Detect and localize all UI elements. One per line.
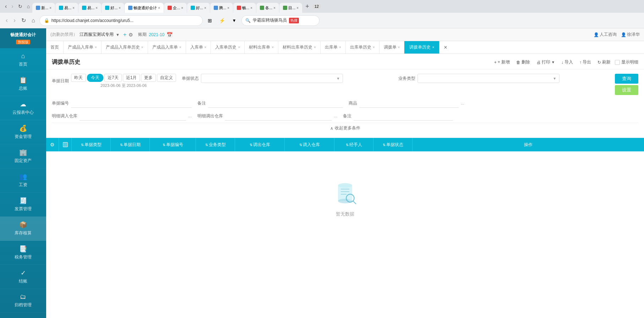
th-gear[interactable]: ⚙ (46, 138, 59, 151)
goods-ellipsis-btn[interactable]: ... (461, 101, 464, 106)
th-number[interactable]: ⇅ 单据编号 (150, 138, 196, 151)
number-filter-input[interactable] (71, 99, 192, 108)
browser-tab-active[interactable]: 畅捷通好会计 × (125, 3, 164, 13)
sidebar-item-closing[interactable]: ✓ 结账 (0, 265, 46, 289)
tab-close-btn[interactable]: × (314, 45, 316, 49)
tab-close-icon[interactable]: × (181, 6, 183, 10)
date-btn-1month[interactable]: 近1月 (123, 74, 140, 82)
browser-tab[interactable]: 各... × (256, 3, 279, 13)
tab-close-icon[interactable]: × (95, 6, 98, 10)
date-btn-yesterday[interactable]: 昨天 (71, 74, 86, 82)
page-tab-1[interactable]: 产成品入库单 × (64, 41, 102, 54)
remark-filter-input[interactable] (208, 99, 343, 108)
detail-out-input[interactable] (225, 111, 332, 121)
page-tab-7[interactable]: 材料出库单历史 × (278, 41, 321, 54)
sidebar-item-home[interactable]: ⌂ 首页 (0, 48, 46, 72)
reload-btn[interactable]: ↻ (20, 16, 27, 24)
th-date[interactable]: ⇅ 单据日期 (111, 138, 150, 151)
th-checkbox[interactable] (59, 138, 72, 151)
tab-close-icon[interactable]: × (49, 6, 51, 10)
th-biz-type[interactable]: ⇅ 业务类型 (196, 138, 235, 151)
sidebar-item-reports[interactable]: ☁ 云报表中心 (0, 96, 46, 120)
tab-close-icon[interactable]: × (273, 6, 275, 10)
detail-remark-input[interactable] (354, 111, 453, 121)
print-dropdown-icon[interactable]: ▼ (551, 60, 555, 64)
company-dropdown-icon[interactable]: ▼ (116, 33, 120, 37)
tab-close-icon[interactable]: × (250, 6, 252, 10)
page-tab-3[interactable]: 产成品入库单 × (148, 41, 186, 54)
import-btn[interactable]: ↓ 导入 (559, 58, 575, 66)
company-settings-icon[interactable]: ⚙ (129, 32, 133, 38)
tab-close-btn[interactable]: × (398, 45, 400, 49)
tab-close-btn[interactable]: × (179, 45, 181, 49)
browser-back-btn[interactable]: ‹ (3, 2, 9, 11)
tab-close-btn[interactable]: × (373, 45, 375, 49)
browser-tab[interactable]: 好... × (102, 3, 124, 13)
sidebar-item-assets[interactable]: 🏢 固定资产 (0, 144, 46, 168)
tab-close-btn[interactable]: × (141, 45, 143, 49)
page-tab-6[interactable]: 材料出库单 × (245, 41, 278, 54)
delete-btn[interactable]: 🗑 删除 (514, 58, 532, 66)
sidebar-item-archive[interactable]: 🗂 归档管理 (0, 289, 46, 313)
tab-close-all-btn[interactable]: × (440, 41, 451, 54)
sidebar-item-payroll[interactable]: 👥 工资 (0, 168, 46, 193)
settings-btn[interactable]: 设置 (615, 85, 638, 95)
search-bar[interactable]: 🔍 学霸应聘场驱鸟员 热搜 (241, 15, 320, 26)
date-btn-today[interactable]: 今天 (87, 74, 103, 82)
performance-icon[interactable]: ⚡ (217, 16, 227, 25)
tab-close-btn[interactable]: × (95, 45, 97, 49)
browser-tab[interactable]: 畅... × (233, 3, 256, 13)
user-service-btn[interactable]: 👤 人工咨询 (594, 32, 617, 38)
export-btn[interactable]: ↑ 导出 (577, 58, 593, 66)
add-company-btn[interactable]: + (123, 32, 126, 38)
page-tab-5[interactable]: 入库单历史 × (211, 41, 245, 54)
tab-close-btn[interactable]: × (204, 45, 207, 49)
detail-in-input[interactable] (80, 111, 186, 121)
page-tab-10[interactable]: 调拨单 × (380, 41, 405, 54)
period-value[interactable]: 2021-10 (149, 32, 164, 37)
th-handler[interactable]: ⇅ 经手人 (334, 138, 373, 151)
page-tab-active[interactable]: 调拨单历史 × (404, 41, 440, 54)
new-tab-btn[interactable]: + (302, 2, 312, 11)
th-in-warehouse[interactable]: ⇅ 调入仓库 (285, 138, 334, 151)
date-btn-custom[interactable]: 自定义 (157, 74, 176, 82)
browser-tab[interactable]: 新... × (32, 3, 55, 13)
th-out-warehouse[interactable]: ⇅ 调出仓库 (235, 138, 285, 151)
tab-close-icon[interactable]: × (296, 6, 299, 10)
date-btn-more[interactable]: 更多 (141, 74, 156, 82)
sidebar-item-funds[interactable]: 💰 资金管理 (0, 120, 46, 144)
extensions-icon[interactable]: ⊞ (206, 16, 214, 25)
sidebar-item-tax[interactable]: 📑 税务管理 (0, 241, 46, 265)
status-select[interactable]: ▼ (201, 74, 343, 83)
date-btn-7days[interactable]: 近7天 (104, 74, 122, 82)
sidebar-item-invoice[interactable]: 🧾 发票管理 (0, 193, 46, 217)
page-tab-2[interactable]: 产成品入库单历史 × (102, 41, 148, 54)
collapse-btn[interactable]: ∧ 收起更多条件 (52, 123, 638, 133)
browser-home-btn[interactable]: ⌂ (25, 2, 32, 11)
biz-type-select[interactable]: ▼ (417, 74, 560, 83)
browser-tab[interactable]: 企... × (164, 3, 187, 13)
address-bar[interactable]: 🔒 https://cloud.chanjet.com/accounting/u… (39, 15, 203, 26)
tab-close-icon[interactable]: × (227, 6, 229, 10)
display-toggle[interactable]: 显示明细 (615, 59, 638, 65)
page-tab-home[interactable]: 首页 (46, 41, 64, 54)
tab-close-icon[interactable]: × (72, 6, 75, 10)
active-tab-close-btn[interactable]: × (432, 45, 434, 49)
tab-close-icon[interactable]: × (204, 6, 206, 10)
browser-tab[interactable]: 目... × (279, 3, 302, 13)
print-btn[interactable]: 🖨 打印 ▼ (534, 58, 557, 66)
tab-close-btn[interactable]: × (238, 45, 240, 49)
calendar-icon[interactable]: 📅 (167, 32, 173, 38)
browser-tab[interactable]: 易... × (78, 3, 101, 13)
browser-tab[interactable]: 易... × (55, 3, 78, 13)
user-avatar[interactable]: 👤 徐泽华 (621, 32, 640, 38)
detail-in-ellipsis[interactable]: ... (188, 113, 192, 118)
back-btn[interactable]: ‹ (4, 16, 9, 25)
page-tab-9[interactable]: 出库单历史 × (346, 41, 380, 54)
refresh-btn[interactable]: ↻ 刷新 (595, 58, 613, 66)
th-type[interactable]: ⇅ 单据类型 (72, 138, 111, 151)
detail-out-ellipsis[interactable]: ... (334, 113, 337, 118)
new-btn[interactable]: + + 新增 (492, 58, 512, 66)
tab-close-icon[interactable]: × (158, 6, 160, 10)
tab-close-btn[interactable]: × (339, 45, 341, 49)
